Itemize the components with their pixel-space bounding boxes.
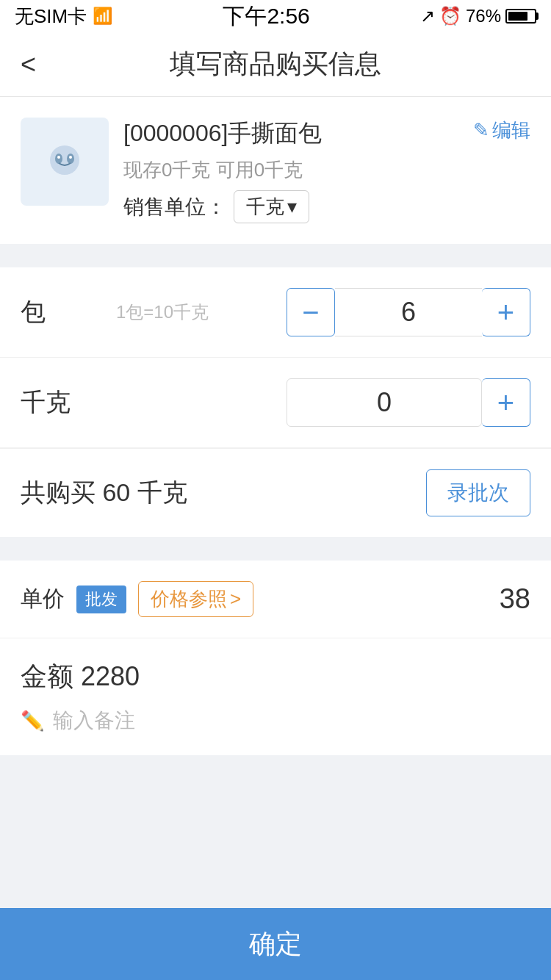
status-left: 无SIM卡 📶 (15, 4, 112, 29)
time-label: 下午2:56 (223, 1, 309, 32)
product-stock: 现存0千克 可用0千克 (123, 157, 530, 183)
edit-button[interactable]: ✎ 编辑 (473, 118, 530, 143)
price-type-tag: 批发 (76, 586, 126, 613)
status-bar: 无SIM卡 📶 下午2:56 ↗ ⏰ 76% (0, 0, 551, 32)
price-value: 38 (500, 583, 530, 615)
total-label: 共购买 60 千克 (21, 476, 187, 510)
package-label: 包 (21, 295, 109, 329)
product-unit: 销售单位： 千克 ▾ (123, 190, 530, 223)
battery-percent: 76% (466, 6, 501, 26)
remark-row[interactable]: ✏️ 输入备注 (21, 707, 530, 735)
carrier-label: 无SIM卡 (15, 4, 87, 29)
amount-section: 金额 2280 ✏️ 输入备注 (0, 638, 551, 755)
package-hint: 1包=10千克 (116, 300, 209, 324)
kg-quantity-row: 千克 + (0, 358, 551, 448)
product-section: [0000006]手撕面包 现存0千克 可用0千克 销售单位： 千克 ▾ ✎ 编… (0, 97, 551, 244)
amount-label: 金额 2280 (21, 659, 530, 695)
price-reference-button[interactable]: 价格参照 > (138, 581, 253, 617)
quantity-section: 包 1包=10千克 − + 千克 + (0, 267, 551, 448)
package-quantity-row: 包 1包=10千克 − + (0, 267, 551, 358)
price-label: 单价 (21, 584, 65, 614)
chevron-right-icon: > (230, 588, 241, 610)
product-info: [0000006]手撕面包 现存0千克 可用0千克 销售单位： 千克 ▾ (123, 118, 530, 223)
product-name: [0000006]手撕面包 (123, 118, 530, 150)
dropdown-icon: ▾ (287, 195, 297, 218)
location-icon: ↗ (420, 6, 435, 26)
kg-increment-button[interactable]: + (482, 378, 530, 427)
package-decrement-button[interactable]: − (287, 288, 335, 336)
price-section: 单价 批发 价格参照 > 38 (0, 561, 551, 638)
package-quantity-controls: − + (287, 288, 530, 336)
nav-bar: < 填写商品购买信息 (0, 32, 551, 97)
record-batch-button[interactable]: 录批次 (426, 469, 530, 516)
package-increment-button[interactable]: + (482, 288, 530, 336)
svg-point-0 (50, 145, 79, 175)
remark-label: 输入备注 (53, 707, 135, 735)
kg-label: 千克 (21, 386, 109, 419)
pencil-icon: ✏️ (21, 710, 44, 732)
separator-3 (0, 549, 551, 561)
battery-icon (505, 9, 536, 24)
status-right: ↗ ⏰ 76% (420, 6, 536, 26)
unit-label: 销售单位： (123, 193, 226, 221)
kg-quantity-input[interactable] (287, 378, 482, 427)
package-quantity-input[interactable] (335, 288, 482, 336)
edit-icon: ✎ (473, 119, 489, 142)
alarm-icon: ⏰ (439, 6, 461, 26)
product-logo-icon (43, 140, 87, 184)
product-image (21, 118, 109, 206)
total-section: 共购买 60 千克 录批次 (0, 449, 551, 537)
unit-select[interactable]: 千克 ▾ (234, 190, 309, 223)
svg-point-4 (69, 156, 72, 159)
confirm-button[interactable]: 确定 (0, 908, 551, 980)
svg-point-3 (57, 156, 60, 159)
back-button[interactable]: < (21, 49, 36, 80)
separator-1 (0, 256, 551, 267)
page-title: 填写商品购买信息 (170, 46, 381, 82)
kg-quantity-controls: + (287, 378, 530, 427)
wifi-icon: 📶 (93, 7, 112, 26)
